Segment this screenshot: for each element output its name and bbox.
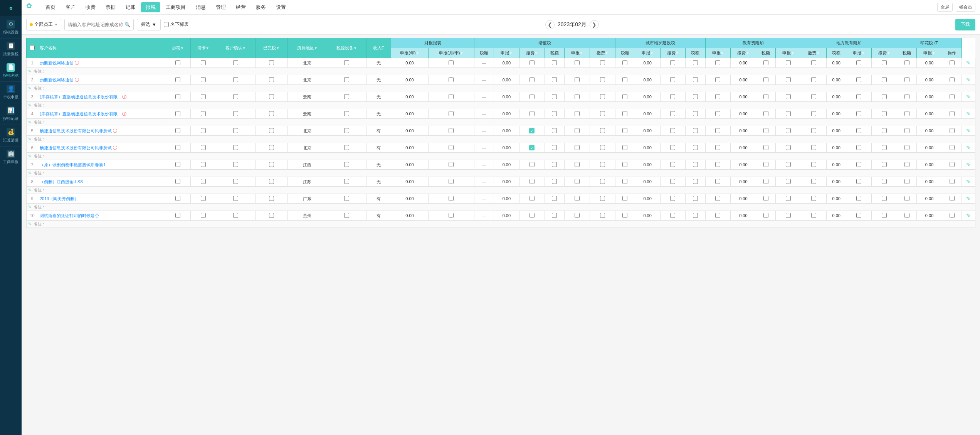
chaoshui-cell[interactable]: [165, 177, 190, 187]
zzs-cell-4[interactable]: [615, 109, 635, 119]
df-cell-1[interactable]: [872, 194, 897, 204]
sidebar-item-geshuishenbao[interactable]: 👤 个税申报: [0, 82, 22, 103]
jy-cell-0[interactable]: [756, 58, 776, 68]
cs-checkbox-2[interactable]: [715, 213, 720, 218]
jy-cell-1[interactable]: [776, 194, 801, 204]
cs-cell-1[interactable]: [686, 211, 705, 221]
yh-shenbao-cell[interactable]: [942, 211, 962, 221]
shukongshebei-cell[interactable]: [327, 194, 366, 204]
edit-icon[interactable]: ✎: [966, 60, 971, 66]
shukongshebei-cell[interactable]: [327, 211, 366, 221]
cs-checkbox-0[interactable]: [670, 94, 675, 99]
sidebar-item-piliangshuibao[interactable]: 📋 批量报税: [0, 39, 22, 60]
df-checkbox-0[interactable]: [856, 196, 861, 201]
jy-cell-0[interactable]: [756, 194, 776, 204]
df-checkbox-2[interactable]: [904, 128, 909, 133]
th-chaoshui[interactable]: 抄税▼: [165, 38, 190, 58]
search-input[interactable]: [68, 22, 123, 27]
zzs-cell-3[interactable]: [590, 194, 615, 204]
cs-checkbox-1[interactable]: [693, 162, 698, 167]
zzs-cell-2[interactable]: [564, 160, 590, 170]
zzs-cell-3[interactable]: [590, 92, 615, 102]
caibao-year-checkbox[interactable]: [449, 94, 454, 99]
zzs-checkbox-2[interactable]: [575, 77, 580, 82]
jy-cell-0[interactable]: [756, 109, 776, 119]
jy-cell-1[interactable]: [776, 126, 801, 136]
yiwanshui-cell[interactable]: [255, 126, 287, 136]
qingka-cell[interactable]: [190, 126, 216, 136]
jy-cell-2[interactable]: [801, 109, 827, 119]
df-checkbox-0[interactable]: [856, 145, 861, 150]
zzs-checkbox-1[interactable]: [552, 162, 557, 167]
jy-cell-0[interactable]: [756, 211, 776, 221]
yh-shenbao-cell[interactable]: [942, 126, 962, 136]
zzs-checkbox-1[interactable]: [552, 77, 557, 82]
shuikongshebei-checkbox[interactable]: [344, 179, 349, 184]
zzs-checkbox-1[interactable]: [552, 60, 557, 65]
jy-cell-0[interactable]: [756, 75, 776, 85]
jy-checkbox-2[interactable]: [811, 145, 816, 150]
cs-cell-0[interactable]: [660, 211, 686, 221]
yh-shenbao-checkbox[interactable]: [950, 213, 955, 218]
zzs-checkbox-4[interactable]: [622, 128, 627, 133]
jy-cell-2[interactable]: [801, 92, 827, 102]
chaoshui-cell[interactable]: [165, 75, 190, 85]
jy-cell-2[interactable]: [801, 143, 827, 153]
jy-checkbox-2[interactable]: [811, 94, 816, 99]
zzs-checkbox-1[interactable]: [552, 145, 557, 150]
zzs-cell-2[interactable]: [564, 92, 590, 102]
chaoshui-cell[interactable]: [165, 143, 190, 153]
zzs-cell-2[interactable]: [564, 194, 590, 204]
kehuqueren-cell[interactable]: [216, 194, 255, 204]
cs-checkbox-2[interactable]: [715, 128, 720, 133]
zzs-cell-4[interactable]: [615, 143, 635, 153]
kehuqueren-checkbox[interactable]: [233, 213, 238, 218]
zzs-cell-1[interactable]: [545, 92, 564, 102]
shuikongshebei-checkbox[interactable]: [344, 94, 349, 99]
chaoshui-cell[interactable]: [165, 109, 190, 119]
zzs-checkbox-1[interactable]: [552, 179, 557, 184]
df-checkbox-1[interactable]: [882, 213, 887, 218]
yiwanshui-cell[interactable]: [255, 211, 287, 221]
th-caibao-month[interactable]: 申报(月/季)▼: [428, 48, 474, 58]
chaoshui-cell[interactable]: [165, 211, 190, 221]
edit-icon[interactable]: ✎: [966, 128, 971, 134]
cs-checkbox-0[interactable]: [670, 145, 675, 150]
yiwanshui-cell[interactable]: [255, 160, 287, 170]
df-checkbox-2[interactable]: [904, 213, 909, 218]
yh-shenbao-checkbox[interactable]: [950, 162, 955, 167]
jy-cell-1[interactable]: [776, 92, 801, 102]
cs-checkbox-1[interactable]: [693, 196, 698, 201]
df-checkbox-0[interactable]: [856, 179, 861, 184]
kehuqueren-checkbox[interactable]: [233, 145, 238, 150]
zzs-cell-0[interactable]: [519, 75, 545, 85]
df-cell-0[interactable]: [846, 126, 872, 136]
qingka-cell[interactable]: [190, 160, 216, 170]
fullscreen-button[interactable]: 全屏: [937, 3, 953, 12]
yiwanshui-checkbox[interactable]: [269, 111, 274, 116]
caibao-year-cell[interactable]: [428, 58, 474, 68]
zzs-checkbox-2[interactable]: [575, 94, 580, 99]
action-cell[interactable]: ✎: [962, 58, 975, 68]
jy-checkbox-2[interactable]: [811, 213, 816, 218]
zzs-checkbox-2[interactable]: [575, 111, 580, 116]
zzs-cell-2[interactable]: [564, 126, 590, 136]
cs-cell-1[interactable]: [686, 109, 705, 119]
chaoshui-checkbox[interactable]: [175, 60, 180, 65]
kehuqueren-checkbox[interactable]: [233, 162, 238, 167]
df-checkbox-2[interactable]: [904, 60, 909, 65]
zzs-cell-3[interactable]: [590, 126, 615, 136]
df-cell-2[interactable]: [897, 194, 916, 204]
cs-checkbox-2[interactable]: [715, 162, 720, 167]
kehuqueren-checkbox[interactable]: [233, 128, 238, 133]
zzs-checkbox-3[interactable]: [600, 111, 605, 116]
shukongshebei-cell[interactable]: [327, 143, 366, 153]
cs-cell-0[interactable]: [660, 75, 686, 85]
zzs-cell-4[interactable]: [615, 177, 635, 187]
th-caibao-year[interactable]: 申报(年)▼: [391, 48, 428, 58]
zzs-cell-1[interactable]: [545, 58, 564, 68]
zzs-cell-4[interactable]: [615, 126, 635, 136]
cs-checkbox-2[interactable]: [715, 145, 720, 150]
jy-cell-2[interactable]: [801, 75, 827, 85]
action-cell[interactable]: ✎: [962, 75, 975, 85]
